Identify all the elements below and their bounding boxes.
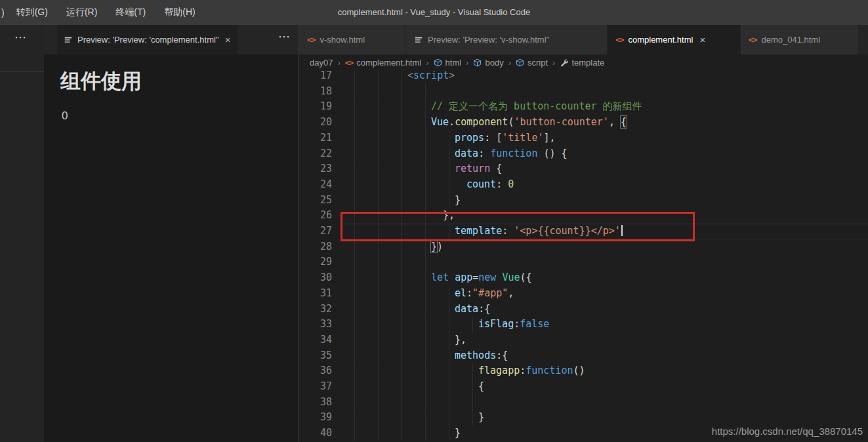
menu-item[interactable]: 转到(G)	[7, 7, 57, 18]
breadcrumb-separator: ›	[337, 58, 340, 68]
code-line[interactable]: 31el:"#app",	[299, 286, 868, 302]
code-line[interactable]: 37{	[299, 379, 868, 395]
tab-label: demo_041.html	[761, 35, 820, 45]
menu-item-fragment[interactable]: )	[0, 7, 7, 18]
line-number: 25	[299, 193, 332, 209]
preview-count-value: 0	[62, 110, 68, 123]
editor-group: <>v-show.htmlPreview: 'Preview: 'v-show.…	[299, 25, 868, 442]
close-icon[interactable]: ×	[225, 34, 231, 45]
line-number: 36	[299, 363, 332, 379]
line-number: 19	[299, 99, 332, 115]
line-number: 37	[299, 379, 332, 395]
editor-tab-bar: <>v-show.htmlPreview: 'Preview: 'v-show.…	[299, 25, 868, 54]
code-line[interactable]: 30let app=new Vue({	[299, 270, 868, 286]
code-line-text: return {	[348, 161, 502, 177]
indent-guide	[354, 254, 355, 270]
code-line-text: // 定义一个名为 button-counter 的新组件	[348, 99, 642, 115]
preview-editor-group: Preview: 'Preview: 'complement.html'' × …	[44, 25, 299, 442]
line-number: 34	[299, 332, 332, 348]
breadcrumb-label: template	[571, 58, 604, 68]
indent-guide	[378, 395, 379, 411]
code-line[interactable]: 39}	[299, 410, 868, 426]
cube-icon	[434, 58, 442, 67]
breadcrumb-separator: ›	[552, 58, 555, 68]
code-line[interactable]: 22data: function () {	[299, 146, 868, 162]
breadcrumb-item-complement-html[interactable]: <>complement.html	[345, 58, 421, 68]
code-line-text: }	[348, 426, 461, 441]
code-line[interactable]: 35methods:{	[299, 348, 868, 364]
code-line[interactable]: 21props: ['title'],	[299, 131, 868, 146]
menu-item[interactable]: 运行(R)	[57, 7, 106, 18]
line-number: 23	[299, 161, 332, 177]
more-actions-icon[interactable]: ⋯	[14, 30, 27, 45]
tab-v-show-html[interactable]: <>v-show.html	[299, 25, 406, 54]
code-icon: <>	[615, 35, 623, 45]
line-number: 31	[299, 286, 332, 302]
breadcrumb-label: html	[445, 58, 462, 68]
code-line[interactable]: 29	[299, 254, 868, 270]
code-line-text: data: function () {	[348, 146, 568, 162]
code-icon: <>	[307, 35, 315, 45]
watermark: https://blog.csdn.net/qq_38870145	[712, 426, 863, 437]
code-line[interactable]: 17<script>	[299, 71, 868, 84]
code-line[interactable]: 33isFlag:false	[299, 317, 868, 332]
line-number: 32	[299, 302, 332, 317]
more-actions-icon[interactable]: ⋯	[278, 30, 291, 44]
breadcrumb-item-day07[interactable]: day07	[310, 58, 333, 68]
indent-guide	[378, 84, 379, 100]
code-line[interactable]: 20Vue.component('button-counter', {	[299, 115, 868, 131]
indent-guide	[402, 254, 402, 270]
breadcrumb-item-html[interactable]: html	[434, 58, 462, 68]
line-number: 35	[299, 348, 332, 364]
indent-guide	[425, 395, 426, 411]
tab-preview-preview-v-show-html-[interactable]: Preview: 'Preview: 'v-show.html''	[406, 25, 608, 54]
code-line[interactable]: 23return {	[299, 161, 868, 177]
code-line[interactable]: 32data:{	[299, 302, 868, 317]
code-line-text: }	[348, 193, 461, 209]
line-number: 30	[299, 270, 332, 286]
line-number: 22	[299, 146, 332, 162]
code-line[interactable]: 28})	[299, 239, 868, 255]
tab-demo-041-html[interactable]: <>demo_041.html	[741, 25, 859, 54]
code-line[interactable]: 18	[299, 84, 868, 100]
code-line[interactable]: 24count: 0	[299, 177, 868, 193]
line-number: 24	[299, 177, 332, 193]
breadcrumb-label: script	[527, 58, 548, 68]
line-number: 26	[299, 208, 332, 224]
menu-item[interactable]: 终端(T)	[106, 7, 155, 18]
breadcrumb-separator: ›	[466, 58, 468, 68]
code-line[interactable]: 25}	[299, 193, 868, 209]
breadcrumb-label: complement.html	[356, 58, 421, 68]
code-line-text: isFlag:false	[348, 317, 549, 332]
breadcrumb-item-body[interactable]: body	[473, 58, 503, 68]
tab-complement-html[interactable]: <>complement.html×	[608, 25, 741, 54]
code-editor[interactable]: 17<script>1819// 定义一个名为 button-counter 的…	[299, 71, 868, 442]
tab-label: Preview: 'Preview: 'complement.html''	[77, 35, 219, 45]
close-icon[interactable]: ×	[699, 34, 705, 45]
tab-label: complement.html	[628, 35, 693, 45]
left-strip-header: ⋯	[0, 25, 44, 71]
code-line[interactable]: 19// 定义一个名为 button-counter 的新组件	[299, 99, 868, 115]
code-line[interactable]: 36flagapp:function()	[299, 363, 868, 379]
code-line-text: {	[348, 379, 484, 395]
code-line[interactable]: 34},	[299, 332, 868, 348]
breadcrumb-item-script[interactable]: script	[516, 58, 548, 68]
preview-icon	[414, 35, 423, 45]
code-line-text: <script>	[348, 71, 455, 84]
code-line[interactable]: 38	[299, 395, 868, 411]
code-line-text: Vue.component('button-counter', {	[348, 115, 627, 131]
indent-guide	[425, 254, 426, 270]
breadcrumb-item-template[interactable]: template	[560, 58, 604, 68]
wrench-icon	[560, 58, 568, 67]
indent-guide	[402, 395, 402, 411]
left-editor-strip: ⋯	[0, 25, 44, 442]
indent-guide	[402, 84, 402, 100]
line-number: 18	[299, 84, 332, 100]
indent-guide	[449, 395, 449, 411]
line-number: 20	[299, 115, 332, 131]
line-number: 17	[299, 71, 332, 84]
menu-bar: ) 转到(G)运行(R)终端(T)帮助(H)	[0, 0, 205, 25]
tab-preview-complement[interactable]: Preview: 'Preview: 'complement.html'' ×	[57, 25, 238, 54]
menu-item[interactable]: 帮助(H)	[155, 7, 204, 18]
code-icon: <>	[345, 58, 353, 68]
